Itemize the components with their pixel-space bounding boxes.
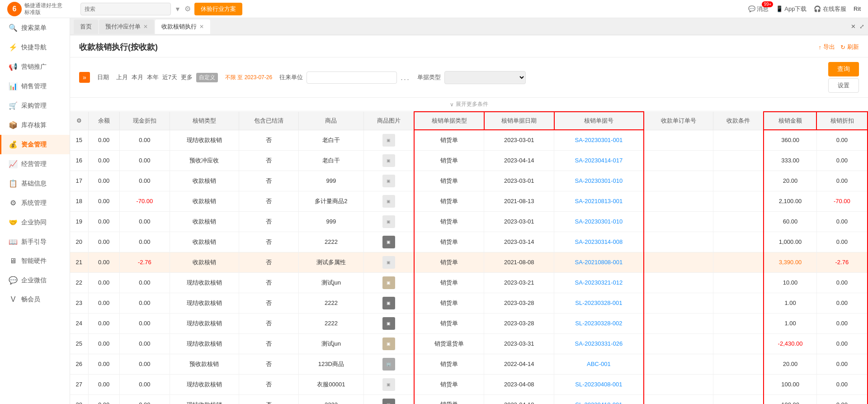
refresh-button[interactable]: ↻ 刷新: [840, 43, 859, 51]
search-input[interactable]: [80, 3, 171, 15]
tab-home[interactable]: 首页: [74, 19, 98, 34]
service-icon: 🎧: [814, 5, 821, 12]
bill-no-link[interactable]: SA-20230301-001: [575, 137, 623, 143]
sidebar-item-采购管理[interactable]: 🛒采购管理: [0, 96, 70, 115]
export-button[interactable]: ↑ 导出: [819, 43, 835, 51]
sidebar-item-基础信息[interactable]: 📋基础信息: [0, 174, 70, 193]
col-include-settled: 包含已结清: [239, 112, 298, 130]
sidebar-item-经营管理[interactable]: 📈经营管理: [0, 154, 70, 174]
expand-more-button[interactable]: ∨ 展开更多条件: [450, 100, 488, 108]
export-icon: ↑: [819, 44, 822, 51]
col-writeoff-bill-date: 核销单据日期: [484, 112, 554, 130]
sidebar-item-label: 采购管理: [21, 102, 47, 110]
bill-no-link[interactable]: SA-20230301-010: [575, 177, 623, 184]
industry-solution-button[interactable]: 休验行业方案: [194, 3, 242, 15]
date-filter-options: 上月 本月 本年 近7天 更多 自定义: [116, 73, 218, 82]
tab-expand-icon[interactable]: ⤢: [859, 23, 864, 30]
sidebar-icon: ⚙: [9, 199, 18, 207]
gear-icon[interactable]: ⚙: [184, 5, 191, 13]
sidebar-icon: 🛒: [9, 101, 18, 110]
sidebar-icon: 🖥: [9, 257, 18, 265]
sidebar-item-资金管理[interactable]: 💰资金管理: [0, 135, 70, 154]
date-more[interactable]: 更多: [181, 73, 193, 81]
sidebar-item-搜索菜单[interactable]: 🔍搜索菜单: [0, 18, 70, 38]
sidebar-icon: 📊: [9, 82, 18, 90]
sidebar-item-label: 销售管理: [21, 82, 47, 90]
sidebar-item-智能硬件[interactable]: 🖥智能硬件: [0, 252, 70, 271]
bill-no-link[interactable]: SA-20210813-001: [575, 198, 623, 204]
online-service-button[interactable]: 🎧 在线客服: [814, 5, 846, 13]
col-writeoff-bill-type: 核销单据类型: [414, 112, 484, 130]
tab-writeoff[interactable]: 收款核销执行 ✕: [155, 19, 210, 34]
date-custom[interactable]: 自定义: [196, 73, 218, 82]
expand-more-bar: ∨ 展开更多条件: [70, 98, 868, 111]
sidebar-item-库存核算[interactable]: 📦库存核算: [0, 115, 70, 135]
sidebar-item-快捷导航[interactable]: ⚡快捷导航: [0, 38, 70, 57]
sidebar-item-label: 畅会员: [21, 295, 40, 304]
bill-no-link[interactable]: SL-20230408-001: [575, 381, 622, 388]
table-row: 150.000.00现结收款核销否老白干▣销货单2023-03-01SA-202…: [70, 130, 868, 150]
app-download-button[interactable]: 📱 App下载: [776, 5, 807, 13]
bill-no-link[interactable]: SA-20230314-008: [575, 238, 623, 245]
bill-no-link[interactable]: SA-20230301-010: [575, 218, 623, 225]
from-unit-input[interactable]: [307, 71, 397, 84]
bill-no-link[interactable]: ABC-001: [587, 361, 611, 367]
tab-prepay-close[interactable]: ✕: [143, 24, 148, 30]
sidebar-item-畅会员[interactable]: V畅会员: [0, 290, 70, 309]
table-row: 160.000.00预收冲应收否老白干▣销货单2023-04-14SA-2023…: [70, 150, 868, 171]
sidebar: 🔍搜索菜单⚡快捷导航📢营销推广📊销售管理🛒采购管理📦库存核算💰资金管理📈经营管理…: [0, 18, 70, 404]
tab-prepay-label: 预付冲应付单: [105, 23, 141, 31]
sidebar-item-label: 经营管理: [21, 160, 47, 168]
user-label[interactable]: Rit: [854, 5, 861, 12]
sidebar-item-label: 库存核算: [21, 121, 47, 129]
tab-writeoff-close[interactable]: ✕: [199, 24, 204, 30]
sidebar-icon: 🔍: [9, 24, 18, 32]
date-range-display: 不限 至 2023-07-26: [225, 74, 272, 81]
bill-no-link[interactable]: SA-20230331-026: [575, 340, 623, 347]
query-button[interactable]: 查询: [828, 62, 859, 76]
tab-bar: 首页 预付冲应付单 ✕ 收款核销执行 ✕ ✕ ⤢: [70, 18, 868, 35]
from-unit-dots[interactable]: ...: [401, 73, 410, 82]
sidebar-item-企业微信[interactable]: 💬企业微信: [0, 271, 70, 290]
sidebar-item-营销推广[interactable]: 📢营销推广: [0, 57, 70, 76]
from-unit-label: 往来单位: [279, 73, 303, 81]
table-row: 230.000.00现结收款核销否2222▣销货单2023-03-28SL-20…: [70, 293, 868, 313]
col-goods: 商品: [299, 112, 364, 130]
settings-button[interactable]: 设置: [828, 78, 859, 93]
filter-expand-button[interactable]: »: [79, 72, 90, 83]
bill-no-link[interactable]: SL-20230418-001: [575, 401, 622, 404]
sidebar-item-label: 营销推广: [21, 63, 47, 71]
col-receipt-condition: 收款条件: [713, 112, 764, 130]
sidebar-item-label: 智能硬件: [21, 257, 47, 265]
tab-close-all-icon[interactable]: ✕: [851, 23, 856, 30]
sidebar-item-销售管理[interactable]: 📊销售管理: [0, 76, 70, 96]
message-button[interactable]: 💬 消息 99+: [748, 5, 769, 13]
main-content: 首页 预付冲应付单 ✕ 收款核销执行 ✕ ✕ ⤢ 收款核销执行(按收款) ↑ 导…: [70, 18, 868, 404]
col-cash-discount: 现金折扣: [119, 112, 170, 130]
date-this-month[interactable]: 本月: [132, 73, 143, 81]
sidebar-item-企业协同[interactable]: 🤝企业协同: [0, 213, 70, 232]
table-header-row: ⚙ 余额 现金折扣 核销类型 包含已结清 商品 商品图片 核销单据类型 核销单据…: [70, 112, 868, 130]
table-row: 260.000.00预收款核销否123D商品🏢销货单2022-04-14ABC-…: [70, 354, 868, 374]
date-last-7days[interactable]: 近7天: [162, 73, 177, 81]
date-last-month[interactable]: 上月: [116, 73, 128, 81]
logo-text: 畅捷通谱好生意 标准版: [24, 2, 62, 15]
col-settings[interactable]: ⚙: [70, 112, 88, 130]
tab-writeoff-label: 收款核销执行: [161, 23, 197, 31]
bill-no-link[interactable]: SL-20230328-002: [575, 320, 622, 327]
sidebar-item-新手引导[interactable]: 📖新手引导: [0, 232, 70, 252]
sidebar-item-label: 系统管理: [21, 199, 47, 207]
bill-no-link[interactable]: SL-20230328-001: [575, 299, 622, 306]
sidebar-item-系统管理[interactable]: ⚙系统管理: [0, 193, 70, 213]
tab-prepay[interactable]: 预付冲应付单 ✕: [99, 19, 154, 34]
app-logo: 6 畅捷通谱好生意 标准版: [7, 2, 75, 16]
tab-home-label: 首页: [80, 23, 92, 31]
date-this-year[interactable]: 本年: [147, 73, 159, 81]
single-type-select[interactable]: [444, 71, 526, 84]
sidebar-icon: 📋: [9, 179, 18, 188]
bill-no-link[interactable]: SA-20210808-001: [575, 259, 623, 266]
bill-no-link[interactable]: SA-20230321-012: [575, 279, 623, 286]
logo-icon: 6: [7, 2, 22, 16]
bill-no-link[interactable]: SA-20230414-017: [575, 157, 623, 164]
col-writeoff-amount: 核销金额: [764, 112, 816, 130]
